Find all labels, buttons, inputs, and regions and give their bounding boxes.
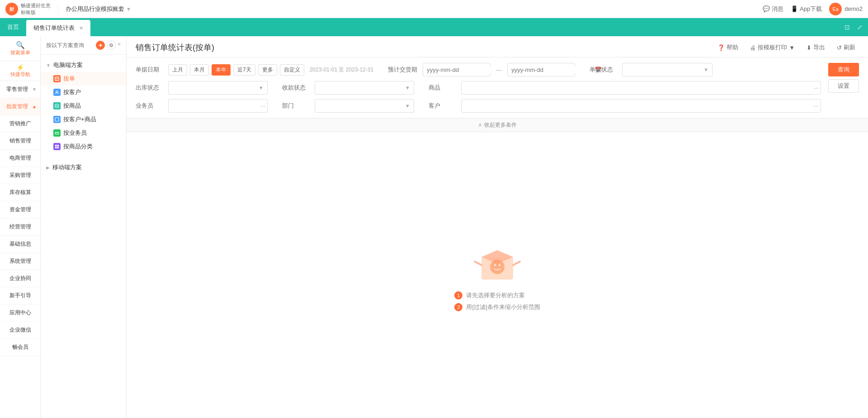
sidebar-item-finance[interactable]: 资金管理 [0,201,40,218]
date-btn-this-month[interactable]: 本月 [190,64,209,76]
date-btn-custom[interactable]: 自定义 [280,64,304,76]
tree-label-by-customer: 按客户 [63,88,81,96]
svg-rect-14 [55,147,57,149]
sidebar-item-basic[interactable]: 基础信息 [0,236,40,253]
sidebar-item-wechat[interactable]: 企业微信 [0,322,40,339]
tree-icon-by-customer-goods [53,116,61,123]
ship-status-dropdown-icon: ▼ [259,85,264,90]
filter-settings-button[interactable]: 设置 [828,79,859,93]
top-title[interactable]: 办公用品行业模拟账套 ▼ [66,5,131,13]
message-button[interactable]: 💬 消息 [763,5,783,13]
payment-status-select[interactable]: ▼ [315,81,414,95]
tab-sales-order-stats[interactable]: 销售订单统计表 ✕ [26,20,90,36]
tree-child-by-customer[interactable]: 按客户 [41,86,126,99]
refresh-button[interactable]: ↺ 刷新 [833,42,859,53]
svg-text:财: 财 [9,7,14,12]
query-button[interactable]: 查询 [828,63,859,76]
home-tab-label: 首页 [7,23,19,31]
svg-rect-12 [55,145,57,147]
tree-chevron-mobile: ▶ [46,165,50,170]
salesman-label: 业务员 [136,102,163,110]
filter-area: 单据日期 上月 本月 本年 近7天 更多 自定义 2023-01-01 至 20… [127,57,868,119]
tree-child-by-order[interactable]: 按单 [41,72,126,86]
tree-child-by-customer-goods[interactable]: 按客户+商品 [41,113,126,126]
tree-child-by-category[interactable]: 按商品分类 [41,140,126,153]
expected-delivery-label: 预计交货期 [388,66,417,74]
sidebar-item-system[interactable]: 系统管理 [0,253,40,270]
sidebar-item-newbie[interactable]: 新手引导 [0,287,40,304]
sidebar-item-sales[interactable]: 销售管理 [0,133,40,150]
sidebar-search[interactable]: 🔍 搜索菜单 [0,36,40,61]
svg-point-5 [56,91,58,93]
salesman-input[interactable] [169,103,258,109]
tip-text-2: 用[过滤]条件来缩小分析范围 [466,303,540,311]
print-button[interactable]: 🖨 按模板打印 ▼ [746,42,798,53]
goods-input[interactable] [462,85,811,91]
user-area[interactable]: Ea demo2 [829,3,863,15]
department-label: 部门 [282,102,309,110]
customer-input[interactable] [462,103,811,109]
tab-maximize-icon[interactable]: ⤢ [855,22,864,33]
ship-status-select[interactable]: ▼ [168,81,268,95]
sidebar-item-marketing[interactable]: 营销推广 [0,115,40,133]
sidebar-item-member[interactable]: 畅会员 [0,339,40,356]
tree-icon-by-customer [53,89,61,96]
tree-parent-pc[interactable]: ▼ 电脑端方案 [41,58,126,72]
refresh-icon: ↺ [837,44,842,51]
expected-delivery-start-input[interactable] [423,66,506,73]
sidebar-item-enterprise[interactable]: 企业协同 [0,270,40,287]
sidebar-item-ecommerce[interactable]: 电商管理 [0,150,40,167]
sidebar-quick-nav[interactable]: ⚡ 快捷导航 [0,61,40,81]
top-header: 财 畅捷通好生意 标账版 办公用品行业模拟账套 ▼ 💬 消息 📱 App下载 E… [0,0,868,18]
customer-label: 客户 [429,102,456,110]
sidebar-item-inventory[interactable]: 库存核算 [0,184,40,201]
collapse-icon: ∧ [478,122,484,128]
collapse-label: 收起更多条件 [484,122,517,128]
help-button[interactable]: ❓ 帮助 [714,42,742,53]
tab-home[interactable]: 首页 [0,18,26,36]
tab-bar-right: ⊡ ⤢ [843,22,868,33]
sidebar-item-appstore[interactable]: 应用中心 [0,304,40,322]
svg-rect-15 [57,147,59,149]
content-area: 按以下方案查询 + ⚙ « ▼ 电脑端方案 按单 [41,36,868,418]
export-button[interactable]: ⬇ 导出 [803,42,829,53]
empty-tip-2: 2 用[过滤]条件来缩小分析范围 [454,303,540,311]
salesman-more-icon[interactable]: ··· [258,102,267,109]
expected-delivery-end: 📅 [507,63,575,76]
filter-row-3: 业务员 ··· 部门 ▼ 客户 [136,99,821,113]
tab-close-icon[interactable]: ✕ [79,25,83,31]
filter-row-1: 单据日期 上月 本月 本年 近7天 更多 自定义 2023-01-01 至 20… [136,63,821,76]
svg-point-20 [499,264,500,266]
svg-rect-13 [57,145,59,147]
department-select[interactable]: ▼ [315,99,414,113]
date-btn-last-7-days[interactable]: 近7天 [233,64,255,76]
logo-area: 财 畅捷通好生意 标账版 [5,2,51,15]
sidebar-item-operation[interactable]: 经营管理 [0,218,40,236]
tree-child-by-goods[interactable]: 按商品 [41,99,126,113]
tree-child-by-salesman[interactable]: 按业务员 [41,126,126,140]
panel-add-button[interactable]: + [96,41,105,50]
ship-status-label: 出库状态 [136,84,163,92]
empty-illustration [470,239,524,284]
logo-text: 畅捷通好生意 标账版 [21,2,51,15]
panel-settings-button[interactable]: ⚙ [107,41,116,50]
collapse-bar[interactable]: ∧ 收起更多条件 [127,119,868,132]
tree-parent-mobile[interactable]: ▶ 移动端方案 [41,161,126,174]
expected-delivery-end-input[interactable] [508,66,591,73]
logo-icon: 财 [5,3,18,15]
tab-minimize-icon[interactable]: ⊡ [843,22,852,33]
panel-collapse-button[interactable]: « [118,41,121,50]
main-layout: 🔍 搜索菜单 ⚡ 快捷导航 零售管理 ▼ 批发管理 ▲ 营销推广 销售管理 电商… [0,36,868,418]
date-btn-last-month[interactable]: 上月 [168,64,187,76]
tree-label-by-goods: 按商品 [63,102,81,110]
sidebar-item-wholesale[interactable]: 批发管理 ▲ [0,98,40,115]
date-btn-this-year[interactable]: 本年 [212,64,231,76]
order-status-select[interactable]: ▼ [622,63,712,76]
date-btn-more[interactable]: 更多 [258,64,277,76]
sidebar-item-retail[interactable]: 零售管理 ▼ [0,81,40,98]
empty-tips: 1 请先选择要分析的方案 2 用[过滤]条件来缩小分析范围 [454,291,540,311]
sidebar-item-purchase[interactable]: 采购管理 [0,167,40,184]
app-download-button[interactable]: 📱 App下载 [791,5,822,13]
goods-more-icon[interactable]: ··· [811,84,821,91]
customer-more-icon[interactable]: ··· [811,102,821,109]
